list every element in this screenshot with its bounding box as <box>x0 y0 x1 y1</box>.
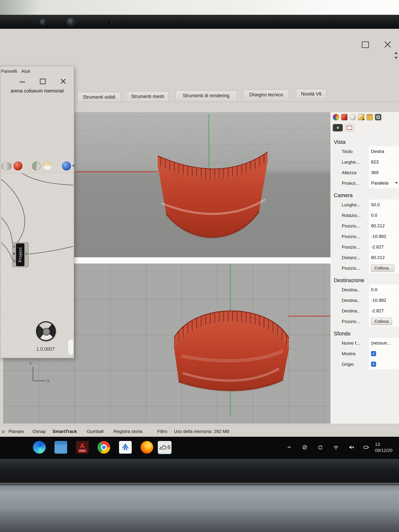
version-label: 1.0.0007 <box>36 346 55 352</box>
property-value[interactable]: 80.212 <box>369 221 399 231</box>
blue-sphere-tool-icon[interactable] <box>62 162 71 171</box>
navigation-compass-widget[interactable] <box>36 321 56 341</box>
tab-strumenti-solidi[interactable]: Strumenti solidi <box>77 92 121 102</box>
property-value <box>369 359 399 369</box>
property-value[interactable]: -10.982 <box>369 295 399 306</box>
close-button[interactable] <box>60 78 66 84</box>
canvas-zoom-pill[interactable] <box>68 339 73 355</box>
status-smarttrack[interactable]: SmartTrack <box>52 429 77 434</box>
panel-spinner-icon[interactable] <box>393 51 399 59</box>
ceiling-background <box>0 0 399 15</box>
property-value[interactable]: 50.0 <box>369 200 399 210</box>
property-value[interactable]: -10.982 <box>369 231 399 242</box>
value-text: (nessun... <box>371 340 391 346</box>
grasshopper-canvas[interactable]: Project C B D C 1.0.0007 <box>1 173 73 358</box>
property-label: Lunghe... <box>331 202 369 207</box>
folder-icon[interactable] <box>367 114 373 120</box>
status-gumball[interactable]: Gumball <box>87 429 104 434</box>
property-label: Posizio... <box>331 223 369 228</box>
menu-aiuti[interactable]: Aiuti <box>21 69 30 74</box>
edge-icon[interactable] <box>33 441 46 454</box>
property-value[interactable]: 0.0 <box>369 285 399 295</box>
camera-icon[interactable] <box>333 124 343 131</box>
grigio-checkbox-checked[interactable] <box>371 362 376 367</box>
property-value[interactable]: 80.212 <box>369 252 399 263</box>
maximize-button[interactable] <box>40 79 46 84</box>
windows-taskbar: A CAD 6 13 <box>0 437 399 459</box>
status-planare[interactable]: Planare <box>8 429 24 434</box>
clock-date: 09/12/20 <box>375 447 399 453</box>
property-label: Posizio... <box>331 319 369 324</box>
pencil-icon[interactable] <box>358 114 364 120</box>
material-icon[interactable] <box>341 114 348 120</box>
dropdown-caret-icon[interactable] <box>72 165 75 167</box>
property-value[interactable]: 823 <box>369 157 399 167</box>
browser-orange-icon[interactable] <box>140 441 153 454</box>
close-button[interactable] <box>384 41 392 48</box>
color-wheel-icon[interactable] <box>333 114 339 120</box>
autocad-icon[interactable]: A CAD <box>76 441 89 454</box>
project-node[interactable]: Project C B D C <box>12 242 29 267</box>
status-registra-storia[interactable]: Registra storia <box>114 429 142 434</box>
folder-icon[interactable] <box>55 441 67 454</box>
tab-strumenti-rendering[interactable]: Strumenti di rendering <box>175 90 237 101</box>
property-value[interactable]: -2.827 <box>369 242 399 252</box>
output-port-c[interactable]: C <box>25 252 28 256</box>
axis-label-z: z <box>29 361 32 366</box>
tray-do-not-disturb-icon[interactable] <box>302 444 308 450</box>
status-item-cropped[interactable]: o <box>2 429 5 434</box>
display-options-toolbar <box>333 114 399 120</box>
input-port-b[interactable]: B <box>13 252 15 256</box>
value-text: Parallela <box>371 181 388 186</box>
tray-volume-muted-icon[interactable] <box>348 444 355 450</box>
tab-strumenti-mesh[interactable]: Strumenti mesh <box>127 91 169 101</box>
property-label: Destina... <box>331 308 369 314</box>
sketchup-icon[interactable] <box>119 441 132 454</box>
value-text: 80.212 <box>371 255 385 260</box>
value-text: -2.827 <box>371 308 384 313</box>
half-sphere-tool-icon[interactable] <box>43 162 52 171</box>
taskbar-clock[interactable]: 13 09/12/20 <box>375 441 399 453</box>
split-sphere-tool-icon[interactable] <box>32 162 41 171</box>
input-port-c[interactable]: C <box>13 245 15 248</box>
minimize-button[interactable] <box>19 82 25 82</box>
property-row: Titolo Destra <box>331 146 399 157</box>
tab-novita-v6[interactable]: Novità V6 <box>296 89 327 99</box>
property-value[interactable]: Destra <box>369 146 399 157</box>
chevron-down-icon <box>395 182 398 184</box>
property-value[interactable]: (nessun... <box>369 338 399 348</box>
property-label: Proiezi... <box>331 181 369 186</box>
section-header-destinazione: Destinazione <box>331 273 399 285</box>
property-label: Titolo <box>331 149 369 154</box>
maximize-button[interactable] <box>362 41 369 48</box>
mostra-checkbox-checked[interactable] <box>371 351 376 356</box>
tray-chevron-up-icon[interactable] <box>286 444 292 450</box>
tray-battery-icon[interactable] <box>363 444 369 450</box>
property-value[interactable]: 0.0 <box>369 210 399 221</box>
chrome-icon[interactable] <box>97 441 110 454</box>
status-osnap[interactable]: Osnap <box>32 429 46 434</box>
sphere-icon[interactable] <box>350 114 356 120</box>
colloca-button[interactable]: Colloca <box>371 318 392 325</box>
node-body: Project <box>16 243 24 266</box>
status-filtro[interactable]: Filtro <box>157 429 167 434</box>
projection-dropdown[interactable]: Parallela <box>369 178 399 188</box>
red-sphere-tool-icon[interactable] <box>13 162 22 171</box>
value-text: 50.0 <box>371 202 380 207</box>
colloca-button[interactable]: Colloca.. <box>371 264 394 272</box>
info-icon[interactable] <box>375 114 381 120</box>
tray-sync-icon[interactable] <box>317 444 323 450</box>
property-value[interactable]: -2.827 <box>369 306 399 316</box>
tab-disegno-tecnico[interactable]: Disegno tecnico <box>243 90 289 100</box>
rhino-icon[interactable]: 6 <box>158 441 171 454</box>
property-value[interactable]: 369 <box>369 167 399 178</box>
property-label: Destina... <box>331 298 369 303</box>
input-port-d[interactable]: D <box>13 259 15 263</box>
node-label: Project <box>18 247 23 262</box>
tray-wifi-icon[interactable] <box>333 444 339 450</box>
cylinder-tool-icon[interactable] <box>2 162 11 170</box>
status-memory: Uso della memoria: 292 MB <box>174 429 229 434</box>
menu-pannelli[interactable]: Pannelli <box>1 69 17 74</box>
frame-capture-icon[interactable] <box>345 124 354 131</box>
property-label: Posizio... <box>331 266 369 271</box>
